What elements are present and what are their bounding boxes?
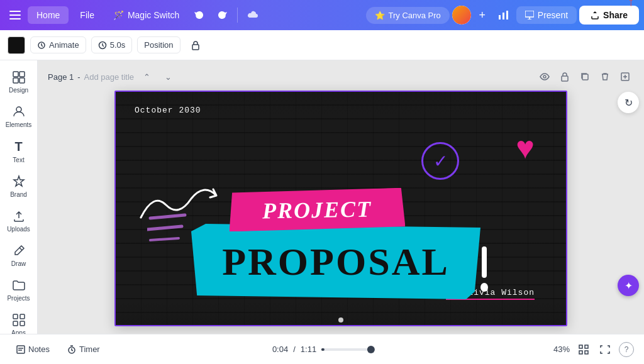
help-button[interactable]: ? [619,342,634,357]
undo-button[interactable] [189,5,209,25]
sidebar-item-brand[interactable]: Brand [3,170,35,203]
svg-rect-19 [20,314,25,319]
try-canva-pro-button[interactable]: ⭐ Try Canva Pro [366,7,450,24]
duration-button[interactable]: 5.0s [91,36,133,53]
page-delete[interactable] [596,68,614,85]
page-title-placeholder[interactable]: Add page title [84,72,135,82]
exclamation-mark [477,243,492,294]
slide-nav-prev[interactable] [338,317,343,323]
notes-label: Notes [28,345,50,354]
page-bar: Page 1 - Add page title ⌃ ⌄ [45,68,636,85]
present-button[interactable]: Present [516,6,577,24]
share-arrow-indicator: ↑ [628,0,634,9]
refresh-button[interactable]: ↻ [618,92,639,113]
sidebar-item-design[interactable]: Design [3,65,35,99]
checkmark-circle: ✓ [421,142,459,180]
position-label: Position [144,40,173,50]
main-layout: Design Elements T Text Brand Uploads [0,60,644,334]
svg-rect-3 [499,15,501,19]
svg-point-16 [16,107,21,112]
position-button[interactable]: Position [137,36,180,53]
svg-rect-1 [9,14,21,16]
page-duplicate[interactable] [576,68,594,85]
svg-rect-40 [579,351,582,354]
magic-switch-emoji: 🪄 [113,10,124,20]
svg-rect-31 [482,246,487,278]
slide-content: October 2030 PROJECT PROPOSAL ✓ [116,92,566,325]
time-separator: / [293,345,296,354]
svg-rect-39 [585,345,588,348]
svg-rect-24 [582,74,588,80]
user-avatar[interactable] [452,6,471,25]
magic-switch-button[interactable]: 🪄 Magic Switch [106,6,187,24]
canvas-area: Page 1 - Add page title ⌃ ⌄ [38,60,644,334]
animate-button[interactable]: Animate [30,36,86,53]
progress-bar[interactable] [321,348,372,351]
svg-rect-21 [20,321,25,326]
svg-rect-13 [19,72,25,77]
sidebar-label-text: Text [13,157,24,163]
undo-redo-group [189,5,232,25]
svg-rect-0 [9,11,21,12]
home-tab[interactable]: Home [28,6,69,24]
sidebar-label-projects: Projects [7,295,30,302]
sidebar-item-elements[interactable]: Elements [3,100,35,133]
sidebar-label-brand: Brand [10,191,27,198]
zoom-controls: 43% ? [553,341,634,358]
lock-icon[interactable] [186,35,206,55]
purple-dashes [147,212,197,250]
timer-button[interactable]: Timer [61,341,106,357]
sidebar-item-projects[interactable]: Projects [3,273,35,307]
current-time: 0:04 [272,345,288,354]
page-actions [536,68,634,85]
svg-rect-2 [9,18,21,19]
page-number: Page 1 [48,72,74,82]
svg-rect-6 [525,11,534,17]
svg-line-29 [147,226,182,229]
svg-rect-4 [502,13,504,19]
page-title: Page 1 - Add page title ⌃ ⌄ [48,68,177,85]
present-label: Present [538,10,568,20]
visibility-toggle[interactable] [536,68,553,85]
add-collaborator-button[interactable]: + [474,6,491,24]
playback-controls: 0:04 / 1:11 [272,345,372,354]
fullscreen-button[interactable] [596,341,614,358]
proposal-label: PROPOSAL [222,240,450,284]
color-picker[interactable] [8,36,25,54]
sidebar-item-text[interactable]: T Text [3,135,35,168]
svg-rect-11 [192,45,199,50]
share-button[interactable]: ↑ Share [579,6,639,25]
page-add[interactable] [616,68,634,85]
hamburger-menu-button[interactable] [5,5,25,25]
canva-pro-label: Try Canva Pro [389,11,441,20]
progress-fill [321,348,325,351]
share-label: Share [603,10,628,20]
total-time: 1:11 [301,345,316,354]
magic-effects-button[interactable]: ✦ [618,275,639,296]
zoom-level: 43% [553,345,570,354]
animate-label: Animate [49,40,79,50]
timer-label: Timer [79,345,100,354]
page-nav-down[interactable]: ⌄ [159,68,177,85]
page-nav-up[interactable]: ⌃ [138,68,155,85]
sidebar-item-uploads[interactable]: Uploads [3,204,35,238]
cloud-save-icon[interactable] [243,5,263,25]
progress-dot [367,346,375,353]
page-lock[interactable] [556,68,574,85]
slide-canvas-wrapper[interactable]: October 2030 PROJECT PROPOSAL ✓ [114,91,567,326]
sidebar-label-elements: Elements [6,121,32,128]
duration-label: 5.0s [110,40,126,50]
svg-rect-38 [579,345,582,348]
view-options [575,341,614,358]
slide-navigation [338,317,343,323]
text-icon: T [14,140,22,154]
sidebar-item-draw[interactable]: Draw [3,239,35,272]
svg-rect-20 [13,321,18,326]
svg-rect-41 [585,351,588,354]
redo-button[interactable] [212,5,232,25]
file-tab[interactable]: File [71,6,103,24]
grid-view-button[interactable] [575,341,592,358]
stats-button[interactable] [494,5,514,25]
svg-line-17 [19,248,22,250]
notes-button[interactable]: Notes [10,341,56,357]
